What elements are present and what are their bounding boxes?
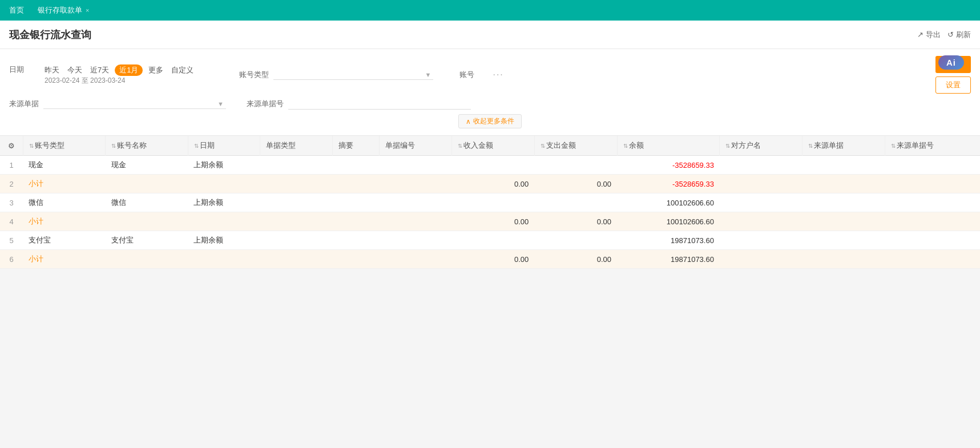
cell-source-doc-no xyxy=(885,193,980,212)
sort-icon-source_doc_no: ⇅ xyxy=(891,143,896,149)
collapse-button[interactable]: ∧ 收起更多条件 xyxy=(458,114,522,128)
sort-icon-income: ⇅ xyxy=(458,143,462,149)
date-option-近7天[interactable]: 近7天 xyxy=(88,64,111,76)
cell-source-doc xyxy=(802,175,885,193)
source-doc-num-label: 来源单据号 xyxy=(247,99,284,109)
cell-counterpart xyxy=(720,156,802,175)
settings-button[interactable]: 设置 xyxy=(935,76,971,94)
filter-area: 日期 昨天今天近7天近1月更多自定义 2023-02-24 至 2023-03-… xyxy=(0,49,980,136)
cell-account-name xyxy=(106,175,188,193)
cell-income xyxy=(452,231,535,250)
cell-source-doc-no xyxy=(885,212,980,231)
cell-counterpart xyxy=(720,193,802,212)
col-header-account_type[interactable]: ⇅账号类型 xyxy=(23,136,106,156)
col-header-income[interactable]: ⇅收入金额 xyxy=(452,136,535,156)
cell-expense xyxy=(534,193,617,212)
cell-balance: 100102606.60 xyxy=(617,212,720,231)
table-container: ⚙⇅账号类型⇅账号名称⇅日期单据类型摘要单据编号⇅收入金额⇅支出金额⇅余额⇅对方… xyxy=(0,136,980,269)
cell-expense xyxy=(534,231,617,250)
cell-summary xyxy=(332,231,379,250)
cell-income xyxy=(452,156,535,175)
cell-date xyxy=(188,212,260,231)
row-settings: 2 xyxy=(0,175,23,193)
cell-doc-type xyxy=(260,231,332,250)
col-header-counterpart[interactable]: ⇅对方户名 xyxy=(720,136,802,156)
col-header-balance[interactable]: ⇅余额 xyxy=(617,136,720,156)
col-header-account_name[interactable]: ⇅账号名称 xyxy=(106,136,188,156)
date-option-更多[interactable]: 更多 xyxy=(146,64,166,76)
row-settings: 4 xyxy=(0,212,23,231)
export-button[interactable]: ↗ 导出 xyxy=(917,30,941,40)
cell-source-doc-no xyxy=(885,156,980,175)
sort-icon-balance: ⇅ xyxy=(623,143,628,149)
col-header-source_doc[interactable]: ⇅来源单据 xyxy=(802,136,885,156)
nav-home[interactable]: 首页 xyxy=(2,0,31,21)
cell-account-type: 小计 xyxy=(23,212,106,231)
col-header-doc_no: 单据编号 xyxy=(379,136,451,156)
date-range: 2023-02-24 至 2023-03-24 xyxy=(45,76,196,86)
cell-doc-no xyxy=(379,175,451,193)
table-row: 1现金现金上期余额-3528659.33 xyxy=(0,156,980,175)
settings-col-icon[interactable]: ⚙ xyxy=(8,142,15,150)
cell-account-type: 小计 xyxy=(23,250,106,269)
row-settings: 3 xyxy=(0,193,23,212)
cell-source-doc xyxy=(802,231,885,250)
table-row: 5支付宝支付宝上期余额19871073.60 xyxy=(0,231,980,250)
date-option-近1月[interactable]: 近1月 xyxy=(115,64,143,76)
cell-income: 0.00 xyxy=(452,250,535,269)
cell-expense: 0.00 xyxy=(534,250,617,269)
source-doc-num-input[interactable] xyxy=(288,98,471,110)
col-header-date[interactable]: ⇅日期 xyxy=(188,136,260,156)
col-header-summary: 摘要 xyxy=(332,136,379,156)
row-settings: 6 xyxy=(0,250,23,269)
col-header-settings: ⚙ xyxy=(0,136,23,156)
filter-row-2: 来源单据 ▼ 来源单据号 xyxy=(9,98,971,110)
cell-source-doc xyxy=(802,193,885,212)
cell-doc-type xyxy=(260,193,332,212)
table-body: 1现金现金上期余额-3528659.332小计0.000.00-3528659.… xyxy=(0,156,980,269)
cell-doc-type xyxy=(260,175,332,193)
source-doc-select[interactable]: ▼ xyxy=(43,99,226,109)
cell-balance: 100102606.60 xyxy=(617,193,720,212)
table-row: 2小计0.000.00-3528659.33 xyxy=(0,175,980,193)
col-header-doc_type: 单据类型 xyxy=(260,136,332,156)
nav-tab-银行存取款单[interactable]: 银行存取款单× xyxy=(31,0,111,21)
account-ellipsis-button[interactable]: ··· xyxy=(493,70,503,80)
cell-balance: -3528659.33 xyxy=(617,156,720,175)
export-label: 导出 xyxy=(926,30,941,40)
cell-income: 0.00 xyxy=(452,212,535,231)
sort-icon-account_type: ⇅ xyxy=(29,143,34,149)
col-header-source_doc_no[interactable]: ⇅来源单据号 xyxy=(885,136,980,156)
sort-icon-expense: ⇅ xyxy=(541,143,545,149)
refresh-button[interactable]: ↺ 刷新 xyxy=(947,30,971,40)
date-option-今天[interactable]: 今天 xyxy=(65,64,84,76)
account-type-select[interactable]: ▼ xyxy=(273,70,433,80)
account-label: 账号 xyxy=(459,70,488,80)
export-icon: ↗ xyxy=(917,30,923,39)
row-settings: 1 xyxy=(0,156,23,175)
cell-date xyxy=(188,175,260,193)
date-option-昨天[interactable]: 昨天 xyxy=(42,64,62,76)
cell-source-doc-no xyxy=(885,231,980,250)
collapse-icon: ∧ xyxy=(466,118,471,126)
date-label: 日期 xyxy=(9,64,38,75)
cell-doc-no xyxy=(379,250,451,269)
ai-badge[interactable]: Ai xyxy=(938,55,964,70)
cell-expense: 0.00 xyxy=(534,212,617,231)
col-header-expense[interactable]: ⇅支出金额 xyxy=(534,136,617,156)
sort-icon-counterpart: ⇅ xyxy=(725,143,730,149)
date-option-自定义[interactable]: 自定义 xyxy=(169,64,196,76)
account-type-label: 账号类型 xyxy=(239,70,269,80)
account-type-arrow-icon: ▼ xyxy=(425,71,431,78)
tab-close-icon[interactable]: × xyxy=(86,7,89,14)
cell-counterpart xyxy=(720,250,802,269)
cell-summary xyxy=(332,193,379,212)
table-row: 3微信微信上期余额100102606.60 xyxy=(0,193,980,212)
cell-date: 上期余额 xyxy=(188,193,260,212)
source-doc-arrow-icon: ▼ xyxy=(217,100,224,107)
cell-account-type: 现金 xyxy=(23,156,106,175)
nav-tabs: 收款单×付款单×其他收入单×应收应付调整单×银行存取款单×预收冲应收单×收款核销… xyxy=(31,0,111,21)
cell-doc-type xyxy=(260,156,332,175)
cell-source-doc-no xyxy=(885,250,980,269)
cell-account-name xyxy=(106,212,188,231)
